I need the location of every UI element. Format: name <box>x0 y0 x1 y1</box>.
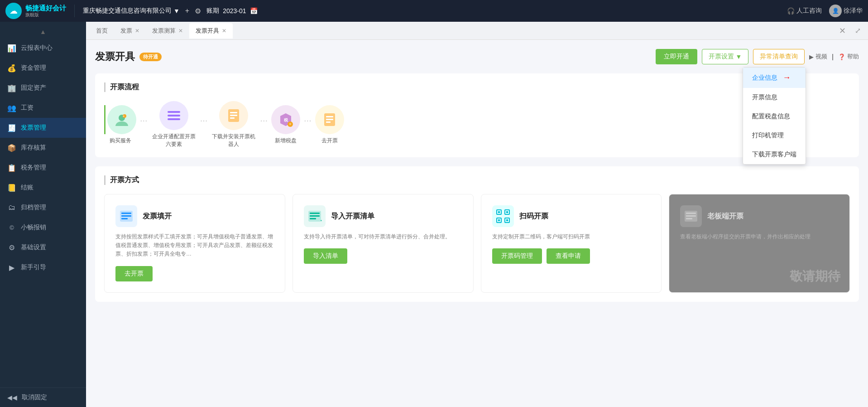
import-list-button[interactable]: 导入清单 <box>304 248 347 264</box>
tab-label: 发票开具 <box>196 27 219 35</box>
fill-title: 发票填开 <box>143 212 172 221</box>
tab-close-icon[interactable]: ✕ <box>135 28 139 34</box>
flow-arrow-2: ··· <box>200 115 208 135</box>
dropdown-item-invoice-info[interactable]: 开票信息 <box>743 88 806 107</box>
sidebar-item-guidang[interactable]: 🗂 归档管理 <box>0 198 86 218</box>
dropdown-item-label: 企业信息 <box>752 74 777 82</box>
user-profile[interactable]: 👤 徐泽华 <box>829 5 863 17</box>
scan-view-button[interactable]: 查看申请 <box>547 248 590 264</box>
svg-rect-25 <box>310 218 316 219</box>
sidebar-item-label: 小畅报销 <box>21 223 46 232</box>
tab-label: 发票测算 <box>152 27 176 35</box>
flow-steps: + 购买服务 ··· 企业开通配置开票六要素 <box>104 101 850 148</box>
svg-text:+: + <box>289 122 291 126</box>
period-value: 2023-01 <box>223 7 246 15</box>
sidebar-item-zijin[interactable]: 💰 资金管理 <box>0 58 86 78</box>
svg-text:+: + <box>123 114 125 118</box>
svg-rect-31 <box>506 211 508 213</box>
sidebar-cancel-pin[interactable]: ◀◀ 取消固定 <box>0 388 86 407</box>
exception-button[interactable]: 异常清单查询 <box>753 49 805 64</box>
svg-rect-8 <box>230 115 237 116</box>
sidebar-item-label: 取消固定 <box>22 393 47 402</box>
flow-arrow-4: ··· <box>304 115 312 135</box>
flow-step-invoice: 去开票 <box>315 105 344 145</box>
period-display[interactable]: 账期 2023-01 📅 <box>206 7 257 15</box>
sidebar-item-label: 归档管理 <box>21 204 46 212</box>
flow-arrow-1: ··· <box>140 115 148 135</box>
import-icon: ← <box>304 205 326 227</box>
scan-card-header: 扫码开票 <box>492 205 651 227</box>
tab-fapiao[interactable]: 发票 ✕ <box>114 23 146 39</box>
activate-button[interactable]: 立即开通 <box>656 49 697 64</box>
svg-rect-20 <box>121 215 131 217</box>
support-button[interactable]: 🎧 人工咨询 <box>787 7 822 15</box>
sidebar-item-label: 固定资产 <box>21 84 46 92</box>
tab-close-icon[interactable]: ✕ <box>222 28 226 34</box>
sidebar-item-kucun[interactable]: 📦 库存核算 <box>0 138 86 158</box>
tab-fapiaokaiju[interactable]: 发票开具 ✕ <box>189 23 233 39</box>
sidebar-item-xiaochang[interactable]: © 小畅报销 <box>0 218 86 237</box>
sidebar-item-xinshou[interactable]: ▶ 新手引导 <box>0 257 86 277</box>
gongzi-icon: 👥 <box>7 103 16 112</box>
sidebar: ▲ 📊 云报表中心 💰 资金管理 🏢 固定资产 👥 工资 🧾 发票管理 <box>0 22 86 407</box>
fill-icon <box>115 205 137 227</box>
sidebar-item-gongzi[interactable]: 👥 工资 <box>0 98 86 118</box>
invoice-step-icon <box>315 105 344 134</box>
svg-rect-5 <box>168 118 180 120</box>
dropdown-item-tax-disk[interactable]: 配置税盘信息 <box>743 107 806 126</box>
boss-desc: 查看老板端小程序提交的开票申请，并作出相应的处理 <box>680 233 839 241</box>
invoice-step-label: 去开票 <box>321 137 338 145</box>
sidebar-item-jiezhang[interactable]: 📒 结账 <box>0 178 86 198</box>
help-button[interactable]: ❓ 帮助 <box>838 53 859 61</box>
sidebar-scroll-up[interactable]: ▲ <box>0 25 86 38</box>
boss-card-header: 老板端开票 <box>680 205 839 227</box>
sidebar-item-label: 基础设置 <box>21 243 46 252</box>
dropdown-item-company-info[interactable]: 企业信息 → <box>743 68 806 88</box>
xiaochang-icon: © <box>7 223 16 232</box>
import-desc: 支持导入待开票清单，可对待开票清单进行拆分、合并处理。 <box>304 233 462 241</box>
svg-rect-19 <box>121 213 131 214</box>
tab-home[interactable]: 首页 <box>90 23 114 39</box>
sidebar-item-yunbao[interactable]: 📊 云报表中心 <box>0 38 86 58</box>
company-dropdown-icon: ▼ <box>173 7 180 15</box>
sidebar-item-shuiwu[interactable]: 📋 税务管理 <box>0 158 86 178</box>
tab-fapiaocesuan[interactable]: 发票测算 ✕ <box>146 23 189 39</box>
company-name: 重庆畅捷交通信息咨询有限公司 <box>83 7 172 15</box>
sidebar-item-gudingzichan[interactable]: 🏢 固定资产 <box>0 78 86 98</box>
sidebar-item-label: 税务管理 <box>21 164 46 172</box>
company-selector[interactable]: 重庆畅捷交通信息咨询有限公司 ▼ <box>83 7 180 15</box>
dropdown-item-label: 配置税盘信息 <box>752 112 790 121</box>
dropdown-item-label: 打印机管理 <box>752 131 784 140</box>
dropdown-item-download-client[interactable]: 下载开票客户端 <box>743 145 806 164</box>
config-step-label: 企业开通配置开票六要素 <box>151 133 197 148</box>
avatar: 👤 <box>829 5 842 17</box>
flow-step-download: 下载并安装开票机器人 <box>211 101 256 148</box>
video-button[interactable]: ▶ 视频 <box>809 53 827 61</box>
gudingzichan-icon: 🏢 <box>7 83 16 92</box>
method-cards: 发票填开 支持按照发票样式手工填开发票；可开具增值税电子普通发票、增值税普通发票… <box>104 194 850 293</box>
window-close-button[interactable]: ✕ <box>835 24 849 38</box>
logo: ☁ 畅捷通好会计 旗舰版 <box>5 3 66 19</box>
fill-invoice-button[interactable]: 去开票 <box>115 266 153 281</box>
window-expand-button[interactable]: ⤢ <box>851 24 864 38</box>
sidebar-item-jichu[interactable]: ⚙ 基础设置 <box>0 237 86 257</box>
sidebar-item-fapiao[interactable]: 🧾 发票管理 <box>0 118 86 138</box>
settings-dropdown-menu: 企业信息 → 开票信息 配置税盘信息 打印机管理 <box>743 67 806 165</box>
help-icon: ❓ <box>838 53 845 60</box>
zijin-icon: 💰 <box>7 63 16 73</box>
dropdown-item-label: 开票信息 <box>752 93 777 102</box>
buy-step-icon: + <box>107 105 136 134</box>
method-card-scan: 扫码开票 支持定制开票二维码，客户端可扫码开票 开票码管理 查看申请 <box>481 194 662 293</box>
settings-button[interactable]: ⚙ <box>195 7 201 15</box>
settings-button[interactable]: 开票设置 ▼ <box>702 49 749 64</box>
dropdown-item-printer[interactable]: 打印机管理 <box>743 126 806 145</box>
sidebar-item-label: 库存核算 <box>21 144 46 152</box>
fill-desc: 支持按照发票样式手工填开发票；可开具增值税电子普通发票、增值税普通发票、增值税专… <box>115 233 274 259</box>
tab-close-icon[interactable]: ✕ <box>178 28 183 34</box>
support-label: 人工咨询 <box>796 7 822 15</box>
download-step-icon <box>219 101 248 130</box>
svg-text:税: 税 <box>283 118 288 122</box>
scan-manage-button[interactable]: 开票码管理 <box>492 248 542 264</box>
dropdown-item-label: 下载开票客户端 <box>752 150 796 159</box>
add-button[interactable]: + <box>185 7 189 15</box>
